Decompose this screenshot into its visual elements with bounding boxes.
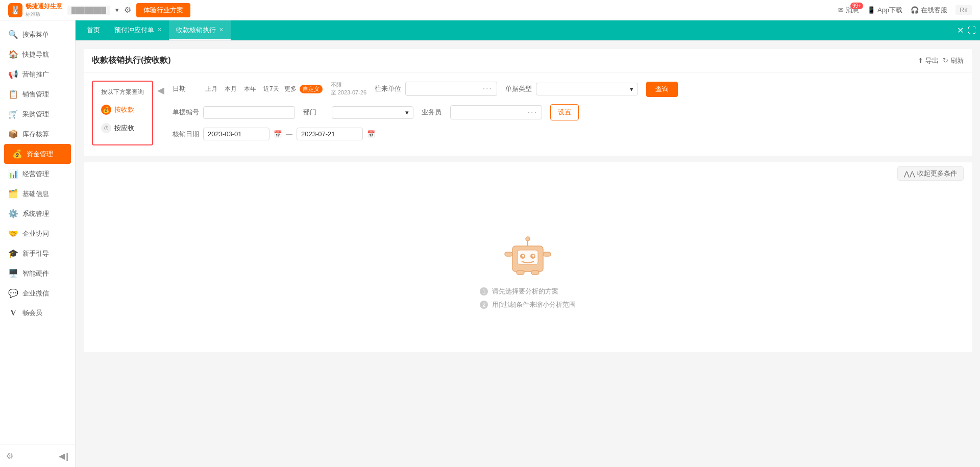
sidebar-item-finance[interactable]: 💰 资金管理	[4, 144, 71, 164]
sidebar-item-inventory[interactable]: 📦 库存核算	[0, 124, 75, 144]
top-bar: 🐰 畅捷通好生意 标准版 ████████ ▾ ⚙ 体验行业方案 ✉ 消息 99…	[0, 0, 980, 20]
svg-point-7	[526, 237, 530, 241]
brand-name: 畅捷通好生意 标准版	[26, 2, 62, 18]
page-title: 收款核销执行(按收款)	[92, 55, 171, 72]
query-actions: 查询	[646, 81, 678, 97]
tab-receipt-verify[interactable]: 收款核销执行 ✕	[169, 20, 231, 40]
date-field: 日期 上月 本月 本年 近7天 更多 自定义 不限 至	[173, 81, 366, 96]
partner-field: 往来单位 ···	[375, 82, 497, 96]
last-7-days-btn[interactable]: 近7天	[261, 84, 281, 94]
page-content: 收款核销执行(按收款) ⬆ 导出 ↻ 刷新 按以下方	[76, 41, 980, 467]
sales-icon: 📋	[8, 89, 18, 99]
doc-no-field: 单据编号	[173, 106, 295, 119]
inventory-icon: 📦	[8, 129, 18, 139]
verify-date-field: 核销日期 📅 — 📅	[173, 128, 375, 140]
trial-button[interactable]: 体验行业方案	[136, 3, 190, 17]
account-display: ████████	[67, 6, 110, 15]
staff-dots-icon[interactable]: ···	[528, 108, 537, 117]
this-year-btn[interactable]: 本年	[242, 84, 258, 94]
doc-type-field: 单据类型 ▾	[505, 83, 638, 95]
settings-icon[interactable]: ⚙	[124, 5, 131, 15]
guide-icon: 🎓	[8, 249, 18, 258]
tip-num-1: 1	[480, 287, 488, 296]
operation-icon: 📊	[8, 169, 18, 179]
tab-bar: 首页 预付冲应付单 ✕ 收款核销执行 ✕ ✕ ⛶	[76, 20, 980, 41]
tip-num-2: 2	[480, 301, 488, 309]
date-range-separator: —	[286, 130, 292, 138]
system-icon: ⚙️	[8, 209, 18, 218]
account-dropdown[interactable]: ▾	[115, 6, 119, 14]
sidebar-item-operation[interactable]: 📊 经营管理	[0, 164, 75, 184]
dept-select[interactable]: ▾	[332, 106, 413, 119]
tab-home[interactable]: 首页	[80, 20, 107, 40]
last-month-btn[interactable]: 上月	[203, 84, 219, 94]
sidebar-settings-icon[interactable]: ⚙	[6, 451, 13, 461]
query-button[interactable]: 查询	[646, 82, 678, 97]
filter-collapse-arrow[interactable]: ◀	[157, 81, 164, 96]
filter-option-by-receivable[interactable]: ⏱ 按应收	[97, 120, 148, 136]
tab-prepay[interactable]: 预付冲应付单 ✕	[107, 20, 169, 40]
search-menu-icon: 🔍	[8, 30, 18, 39]
sidebar-item-guide[interactable]: 🎓 新手引导	[0, 243, 75, 263]
collapse-bar: ⋀⋀ 收起更多条件	[84, 162, 972, 185]
sidebar-item-marketing[interactable]: 📢 营销推广	[0, 64, 75, 84]
app-icon: 📱	[867, 6, 875, 14]
refresh-icon: ↻	[943, 57, 948, 64]
sidebar-item-wechat[interactable]: 💬 企业微信	[0, 283, 75, 303]
sidebar-item-sales[interactable]: 📋 销售管理	[0, 84, 75, 104]
sidebar-item-purchase[interactable]: 🛒 采购管理	[0, 104, 75, 124]
main-content: 首页 预付冲应付单 ✕ 收款核销执行 ✕ ✕ ⛶ 收款核销执行(按收款)	[76, 20, 980, 467]
app-download-button[interactable]: 📱 App下载	[867, 6, 902, 15]
brand-icon: 🐰	[8, 3, 22, 17]
doc-type-select[interactable]: ▾	[536, 83, 638, 95]
doc-no-input[interactable]	[203, 106, 295, 119]
collapse-more-button[interactable]: ⋀⋀ 收起更多条件	[897, 166, 964, 181]
enterprise-icon: 🤝	[8, 229, 18, 238]
finance-icon: 💰	[12, 149, 22, 159]
chevron-up-icon: ⋀⋀	[904, 170, 915, 178]
staff-input[interactable]	[455, 109, 526, 116]
dept-dropdown-icon: ▾	[405, 109, 409, 116]
date-more-btn[interactable]: 更多	[284, 85, 297, 93]
settings-button[interactable]: 设置	[550, 104, 579, 120]
online-service-button[interactable]: 🎧 在线客服	[911, 6, 947, 15]
svg-rect-8	[505, 252, 512, 256]
wechat-icon: 💬	[8, 288, 18, 298]
message-icon: ✉	[838, 6, 844, 14]
partner-dots-icon[interactable]: ···	[483, 84, 493, 93]
tab-expand-icon[interactable]: ⛶	[968, 26, 976, 35]
verify-date-end-icon[interactable]: 📅	[367, 130, 375, 138]
sidebar-item-quick-nav[interactable]: 🏠 快捷导航	[0, 44, 75, 64]
top-bar-right: ✉ 消息 99+ 📱 App下载 🎧 在线客服 Rit	[838, 5, 972, 15]
sidebar-item-hardware[interactable]: 🖥️ 智能硬件	[0, 263, 75, 283]
sidebar-item-system[interactable]: ⚙️ 系统管理	[0, 204, 75, 224]
verify-date-start-input[interactable]	[203, 128, 270, 140]
filter-option-by-receipt[interactable]: 💰 按收款	[97, 102, 148, 118]
verify-date-label: 核销日期	[173, 130, 199, 139]
verify-date-end-input[interactable]	[297, 128, 363, 140]
marketing-icon: 📢	[8, 69, 18, 79]
sidebar-item-search-menu[interactable]: 🔍 搜索菜单	[0, 24, 75, 44]
sidebar-item-enterprise[interactable]: 🤝 企业协同	[0, 224, 75, 243]
sidebar-item-member[interactable]: V 畅会员	[0, 303, 75, 323]
this-month-btn[interactable]: 本月	[223, 84, 239, 94]
tab-prepay-close[interactable]: ✕	[157, 27, 162, 33]
verify-date-start-icon[interactable]: 📅	[274, 130, 282, 138]
sidebar-collapse-icon[interactable]: ◀‖	[59, 451, 69, 461]
filter-row-3: 核销日期 📅 — 📅	[173, 128, 964, 140]
svg-rect-10	[517, 271, 524, 275]
refresh-button[interactable]: ↻ 刷新	[943, 56, 964, 65]
date-shortcuts: 上月 本月 本年 近7天 更多 自定义	[203, 84, 323, 94]
filter-form: 日期 上月 本月 本年 近7天 更多 自定义 不限 至	[173, 81, 964, 148]
filter-row-1: 日期 上月 本月 本年 近7天 更多 自定义 不限 至	[173, 81, 964, 97]
tab-receipt-verify-close[interactable]: ✕	[219, 27, 224, 33]
sidebar-item-basic[interactable]: 🗂️ 基础信息	[0, 184, 75, 204]
partner-input[interactable]	[410, 85, 481, 93]
message-button[interactable]: ✉ 消息 99+	[838, 6, 859, 15]
date-custom-badge[interactable]: 自定义	[300, 85, 323, 93]
user-display: Rit	[955, 5, 972, 15]
export-button[interactable]: ⬆ 导出	[918, 56, 939, 65]
tab-close-all-icon[interactable]: ✕	[957, 26, 964, 35]
filter-panel: 按以下方案查询 💰 按收款 ⏱ 按应收 ◀	[84, 72, 972, 156]
basic-icon: 🗂️	[8, 189, 18, 199]
